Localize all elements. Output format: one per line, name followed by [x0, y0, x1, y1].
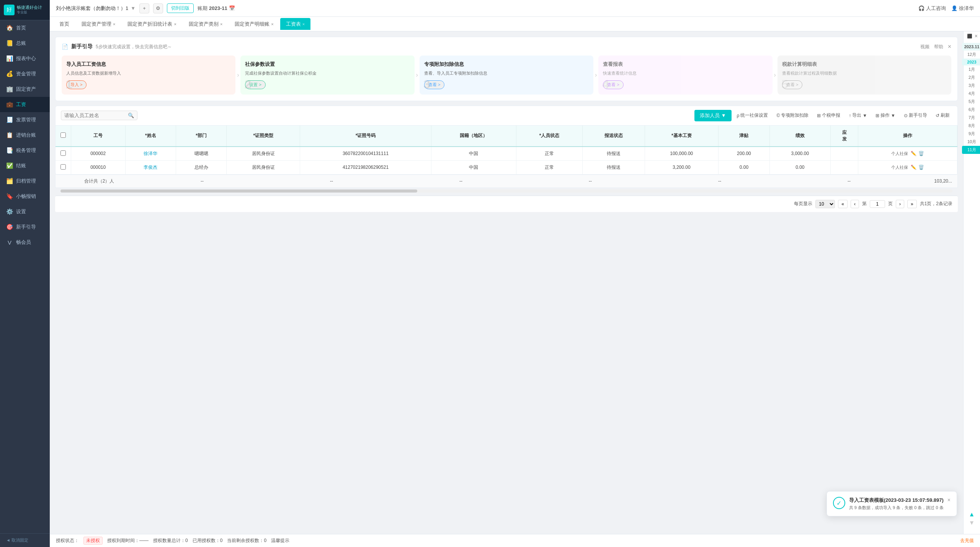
- employee-op[interactable]: 个人社保 ✏️ 🗑️: [858, 147, 957, 161]
- ai-consult-button[interactable]: 🎧 人工咨询: [918, 5, 946, 12]
- nav-down-icon[interactable]: ▼: [969, 519, 975, 526]
- horizontal-scrollbar[interactable]: [60, 189, 952, 193]
- last-page-btn[interactable]: »: [907, 200, 917, 208]
- select-all-header[interactable]: [56, 126, 71, 147]
- employee-name[interactable]: 李俊杰: [125, 160, 176, 174]
- per-page-select[interactable]: 10 20 50 100: [815, 200, 835, 208]
- month-item-2[interactable]: 2月: [962, 73, 980, 82]
- settings-button[interactable]: ⚙: [153, 3, 163, 13]
- employee-name[interactable]: 徐泽华: [125, 147, 176, 161]
- month-item-7[interactable]: 7月: [962, 114, 980, 122]
- sidebar-item-tax[interactable]: 📑 税务管理: [0, 143, 50, 158]
- employee-op[interactable]: 个人社保 ✏️ 🗑️: [858, 160, 957, 174]
- tab-close-icon[interactable]: ×: [271, 22, 273, 26]
- sidebar-item-fixed-assets[interactable]: 🏢 固定资产: [0, 82, 50, 97]
- video-link[interactable]: 视频: [920, 44, 929, 50]
- name-link[interactable]: 徐泽华: [144, 151, 157, 156]
- month-item-8[interactable]: 8月: [962, 122, 980, 130]
- search-input[interactable]: [64, 113, 126, 118]
- footer-dash-1: --: [137, 178, 267, 184]
- add-account-button[interactable]: +: [139, 3, 149, 13]
- row-select[interactable]: [56, 147, 71, 161]
- month-item-5[interactable]: 5月: [962, 98, 980, 106]
- prev-page-btn[interactable]: ‹: [851, 200, 859, 208]
- row-checkbox[interactable]: [60, 164, 66, 170]
- account-selector[interactable]: 刘小艳演示账套（勿删勿动！）1 ▼: [56, 5, 136, 12]
- sidebar-item-ledger[interactable]: 📒 总账: [0, 36, 50, 51]
- add-person-button[interactable]: 添加人员 ▼: [694, 110, 732, 121]
- sidebar-item-finance[interactable]: 💰 资金管理: [0, 66, 50, 82]
- next-page-btn[interactable]: ›: [896, 200, 904, 208]
- social-insurance-action[interactable]: ρ 统一社保设置: [735, 111, 771, 120]
- sidebar-item-closing[interactable]: ✅ 结账: [0, 158, 50, 173]
- sidebar-item-expense[interactable]: 🔖 小畅报销: [0, 189, 50, 204]
- sidebar-item-purchase-sales[interactable]: 📋 进销台账: [0, 127, 50, 143]
- tab-close-icon[interactable]: ×: [302, 22, 305, 26]
- toast-close-btn[interactable]: ×: [947, 497, 951, 503]
- tab-close-icon[interactable]: ×: [113, 22, 115, 26]
- op-social-link[interactable]: 个人社保: [891, 165, 908, 170]
- delete-icon[interactable]: 🗑️: [918, 151, 924, 156]
- first-page-btn[interactable]: «: [838, 200, 848, 208]
- panel-close-btn[interactable]: ×: [975, 33, 978, 39]
- tab-asset-ledger[interactable]: 固定资产明细账 ×: [229, 18, 279, 30]
- month-item-4[interactable]: 4月: [962, 90, 980, 98]
- guide-header-right: 视频 帮助 ×: [920, 43, 951, 50]
- switch-version-button[interactable]: 切到旧版: [167, 3, 194, 13]
- tab-salary[interactable]: 工资表 ×: [280, 18, 310, 30]
- chevron-down-icon: ▼: [862, 113, 867, 118]
- name-link[interactable]: 李俊杰: [144, 165, 157, 170]
- user-menu[interactable]: 👤 徐泽华: [951, 5, 974, 12]
- dropdown-arrow-icon: ▼: [721, 113, 726, 118]
- expire-label: 授权到期时间：——: [107, 537, 149, 544]
- operations-action[interactable]: ⊞ 操作 ▼: [873, 111, 898, 120]
- employee-id: 000002: [71, 147, 125, 161]
- month-item-9[interactable]: 9月: [962, 130, 980, 138]
- delete-icon[interactable]: 🗑️: [918, 165, 924, 170]
- period-selector[interactable]: 账期 2023-11 📅: [198, 5, 235, 12]
- sidebar-item-salary[interactable]: 💼 工资: [0, 97, 50, 112]
- op-social-link[interactable]: 个人社保: [891, 151, 908, 156]
- guide-close-btn[interactable]: ×: [948, 43, 951, 50]
- guide-action[interactable]: ⊙ 新手引导: [902, 111, 929, 120]
- edit-icon[interactable]: ✏️: [911, 151, 916, 156]
- sidebar-item-archive[interactable]: 🗂️ 归档管理: [0, 173, 50, 189]
- month-item-6[interactable]: 6月: [962, 106, 980, 114]
- employee-id: 000010: [71, 160, 125, 174]
- sidebar-item-guide[interactable]: 🎯 新手引导: [0, 219, 50, 235]
- row-select[interactable]: [56, 160, 71, 174]
- month-item-10[interactable]: 10月: [962, 138, 980, 146]
- recharge-link[interactable]: 去充值: [960, 537, 974, 544]
- select-all-checkbox[interactable]: [60, 132, 66, 138]
- row-checkbox[interactable]: [60, 150, 66, 156]
- sidebar-item-label: 小畅报销: [16, 193, 36, 200]
- search-wrapper: 🔍: [61, 111, 137, 120]
- unpin-button[interactable]: ◄ 取消固定: [0, 533, 50, 547]
- scroll-thumb[interactable]: [60, 189, 417, 193]
- tax-report-action[interactable]: ⊞ 个税申报: [815, 111, 843, 120]
- sidebar-item-label: 固定资产: [16, 86, 36, 93]
- sidebar-item-home[interactable]: 🏠 首页: [0, 20, 50, 36]
- refresh-action[interactable]: ↺ 刷新: [933, 111, 952, 120]
- sidebar-item-membership[interactable]: V 畅会员: [0, 235, 50, 250]
- month-item-12[interactable]: 12月: [962, 51, 980, 59]
- tab-close-icon[interactable]: ×: [174, 22, 176, 26]
- tab-asset-category[interactable]: 固定资产类别 ×: [183, 18, 228, 30]
- sidebar-item-invoice[interactable]: 🧾 发票管理: [0, 112, 50, 127]
- tab-depreciation[interactable]: 固定资产折旧统计表 ×: [122, 18, 182, 30]
- special-deduction-action[interactable]: © 专项附加扣除: [774, 111, 811, 120]
- page-input[interactable]: [870, 200, 885, 208]
- month-item-3[interactable]: 3月: [962, 82, 980, 90]
- sidebar-item-reports[interactable]: 📊 报表中心: [0, 51, 50, 66]
- tab-home[interactable]: 首页: [54, 18, 75, 30]
- sidebar-item-settings[interactable]: ⚙️ 设置: [0, 204, 50, 219]
- tab-close-icon[interactable]: ×: [220, 22, 222, 26]
- panel-expand-btn[interactable]: ⬛: [967, 34, 972, 39]
- help-link[interactable]: 帮助: [934, 44, 943, 50]
- month-item-11[interactable]: 11月: [962, 146, 980, 154]
- tab-fixed-assets[interactable]: 固定资产管理 ×: [76, 18, 121, 30]
- month-item-1[interactable]: 1月: [962, 65, 980, 73]
- edit-icon[interactable]: ✏️: [911, 165, 916, 170]
- nav-up-icon[interactable]: ▲: [969, 511, 975, 518]
- export-action[interactable]: ↑ 导出 ▼: [846, 111, 869, 120]
